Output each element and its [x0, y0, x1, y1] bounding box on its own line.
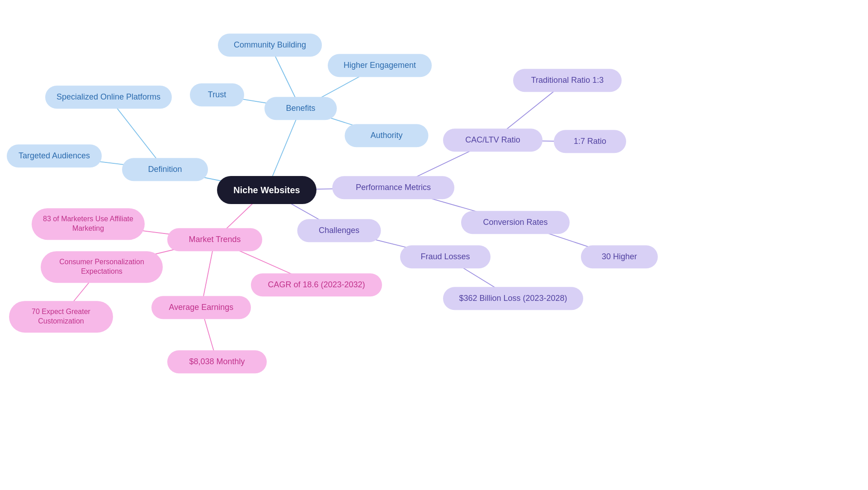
node-center: Niche Websites: [217, 176, 316, 204]
node-market-trends: Market Trends: [167, 228, 262, 251]
node-362-billion: $362 Billion Loss (2023-2028): [443, 287, 583, 310]
node-cagr: CAGR of 18.6 (2023-2032): [251, 273, 382, 296]
node-traditional-ratio: Traditional Ratio 1:3: [513, 69, 622, 92]
node-targeted: Targeted Audiences: [7, 144, 102, 167]
node-avg-earnings: Average Earnings: [151, 296, 251, 319]
node-consumer-personalization: Consumer Personalization Expectations: [41, 251, 163, 283]
node-challenges: Challenges: [297, 219, 381, 242]
node-higher-engagement: Higher Engagement: [328, 54, 432, 77]
node-authority: Authority: [345, 124, 429, 147]
node-community: Community Building: [218, 33, 322, 57]
node-cac-ltv: CAC/LTV Ratio: [443, 128, 542, 152]
node-fraud-losses: Fraud Losses: [400, 245, 491, 268]
node-benefits: Benefits: [264, 97, 337, 120]
node-83-marketers: 83 of Marketers Use Affiliate Marketing: [32, 208, 145, 240]
node-70-expect: 70 Expect Greater Customization: [9, 301, 113, 333]
mindmap-container: Niche Websites Definition Specialized On…: [0, 0, 868, 490]
node-monthly-8038: $8,038 Monthly: [167, 350, 267, 373]
node-performance-metrics: Performance Metrics: [332, 176, 454, 199]
node-specialized: Specialized Online Platforms: [45, 86, 172, 109]
node-conversion-rates: Conversion Rates: [461, 211, 570, 234]
node-definition: Definition: [122, 158, 208, 181]
node-ratio-17: 1:7 Ratio: [554, 130, 626, 153]
node-30-higher: 30 Higher: [581, 245, 658, 268]
node-trust: Trust: [190, 83, 244, 106]
